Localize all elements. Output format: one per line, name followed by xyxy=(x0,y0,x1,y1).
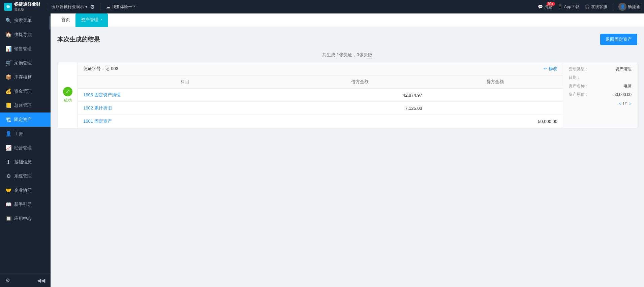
logo-sub: 普及版 xyxy=(14,7,40,12)
sidebar-label-quick-nav: 快捷导航 xyxy=(14,32,32,38)
back-to-fixed-assets-button[interactable]: 返回固定资产 xyxy=(600,34,637,45)
sidebar-item-purchase[interactable]: 🛒 采购管理 xyxy=(0,56,51,70)
page-header: 本次生成的结果 返回固定资产 xyxy=(57,34,637,45)
topbar-left: 畅 畅捷通好业财 普及版 医疗器械行业演示 ▾ ⚙ ☁ 我要体验一下 xyxy=(4,2,136,12)
row3-debit xyxy=(293,115,428,128)
side-pagination: < 1/1 > xyxy=(569,101,632,106)
sidebar-label-search: 搜索菜单 xyxy=(14,18,32,24)
row3-subject[interactable]: 1601 固定资产 xyxy=(78,115,293,128)
change-type-label: 变动类型： xyxy=(569,66,589,72)
topbar: 畅 畅捷通好业财 普及版 医疗器械行业演示 ▾ ⚙ ☁ 我要体验一下 💬 消息 … xyxy=(0,0,644,13)
apps-icon: 🔲 xyxy=(5,216,11,222)
change-type-value: 资产清理 xyxy=(615,66,632,72)
tab-home-label: 首页 xyxy=(61,17,70,23)
experience-button[interactable]: ☁ 我要体验一下 xyxy=(106,4,136,10)
tabs-bar: 首页 资产管理 × xyxy=(51,13,644,27)
scrollbar-track[interactable] xyxy=(49,13,51,287)
sidebar-item-fixed-assets[interactable]: 🏗 固定资产 xyxy=(0,113,51,127)
messages-badge: 99+ xyxy=(547,2,555,6)
sidebar-item-guide[interactable]: 📖 新手引导 xyxy=(0,197,51,212)
sidebar-item-inventory[interactable]: 📦 库存核算 xyxy=(0,70,51,84)
original-value-value: 50,000.00 xyxy=(614,92,632,97)
voucher-side-panel: 变动类型： 资产清理 日期： 资产名称： 电脑 资产原值： 50,000.00 xyxy=(563,62,637,128)
original-value-label: 资产原值： xyxy=(569,92,589,97)
row1-subject[interactable]: 1606 固定资产清理 xyxy=(78,89,293,102)
company-name: 医疗器械行业演示 xyxy=(52,4,84,10)
row1-credit xyxy=(428,89,563,102)
prev-page-arrow[interactable]: < xyxy=(619,101,621,106)
purchase-icon: 🛒 xyxy=(5,60,11,66)
user-name: 畅捷通 xyxy=(628,4,640,10)
voucher-block: ✓ 成功 凭证字号：记-003 ✏ 修改 科目 借方金额 xyxy=(57,62,637,128)
logo-icon: 畅 xyxy=(4,3,12,11)
company-selector[interactable]: 医疗器械行业演示 ▾ xyxy=(52,4,87,10)
logo-text: 畅捷通好业财 xyxy=(14,2,40,7)
sidebar-label-operations: 经营管理 xyxy=(14,145,32,151)
cloud-icon: ☁ xyxy=(106,4,111,9)
voucher-table: 科目 借方金额 贷方金额 1606 固定资产清理 42,874.97 xyxy=(78,75,563,128)
sidebar-item-search[interactable]: 🔍 搜索菜单 xyxy=(0,13,51,28)
voucher-main: 凭证字号：记-003 ✏ 修改 科目 借方金额 贷方金额 xyxy=(78,62,563,128)
sales-icon: 📊 xyxy=(5,46,11,52)
col-subject: 科目 xyxy=(78,75,293,89)
next-page-arrow[interactable]: > xyxy=(629,101,632,106)
row1-debit: 42,874.97 xyxy=(293,89,428,102)
row3-credit: 50,000.00 xyxy=(428,115,563,128)
sidebar-label-apps: 应用中心 xyxy=(14,216,32,222)
app-download-button[interactable]: 📱 App下载 xyxy=(558,4,579,10)
sidebar-label-guide: 新手引导 xyxy=(14,201,32,208)
main-layout: 🔍 搜索菜单 🏠 快捷导航 📊 销售管理 🛒 采购管理 📦 库存核算 💰 资金管… xyxy=(0,13,644,287)
sidebar-label-ledger: 总账管理 xyxy=(14,102,32,108)
sidebar-item-funds[interactable]: 💰 资金管理 xyxy=(0,84,51,98)
messages-button[interactable]: 💬 消息 99+ xyxy=(538,4,552,10)
sidebar-item-quick-nav[interactable]: 🏠 快捷导航 xyxy=(0,28,51,42)
sidebar-item-apps[interactable]: 🔲 应用中心 xyxy=(0,212,51,226)
app-download-label: App下载 xyxy=(564,4,579,10)
table-row: 1606 固定资产清理 42,874.97 xyxy=(78,89,563,102)
edit-button[interactable]: ✏ 修改 xyxy=(544,66,557,72)
sidebar-label-sales: 销售管理 xyxy=(14,46,32,52)
funds-icon: 💰 xyxy=(5,88,11,94)
row2-subject[interactable]: 1602 累计折旧 xyxy=(78,102,293,115)
sidebar-bottom: ⚙ ◀◀ xyxy=(0,274,51,287)
sidebar-item-system[interactable]: ⚙ 系统管理 xyxy=(0,169,51,183)
chevron-down-icon: ▾ xyxy=(85,4,87,9)
divider-2 xyxy=(100,3,100,10)
sidebar-item-operations[interactable]: 📈 经营管理 xyxy=(0,141,51,155)
content-area: 首页 资产管理 × 本次生成的结果 返回固定资产 共生成 1张凭证，0张失败 xyxy=(51,13,644,287)
side-date-row: 日期： xyxy=(569,75,632,81)
sidebar-settings-icon[interactable]: ⚙ xyxy=(5,277,10,284)
sidebar-label-enterprise: 企业协同 xyxy=(14,187,32,193)
topbar-right: 💬 消息 99+ 📱 App下载 🎧 在线客服 👤 畅捷通 xyxy=(538,3,640,11)
sidebar-item-enterprise[interactable]: 🤝 企业协同 xyxy=(0,183,51,197)
home-icon: 🏠 xyxy=(5,32,11,38)
tab-close-icon[interactable]: × xyxy=(100,18,102,22)
ledger-icon: 📒 xyxy=(5,102,11,108)
settings-icon[interactable]: ⚙ xyxy=(90,4,95,10)
user-profile[interactable]: 👤 畅捷通 xyxy=(618,3,640,11)
scrollbar-thumb xyxy=(49,16,51,30)
tab-home[interactable]: 首页 xyxy=(56,13,75,27)
side-change-type-row: 变动类型： 资产清理 xyxy=(569,66,632,72)
online-service-button[interactable]: 🎧 在线客服 xyxy=(585,4,607,10)
message-icon: 💬 xyxy=(538,4,543,9)
divider-1 xyxy=(46,3,46,10)
sidebar-item-sales[interactable]: 📊 销售管理 xyxy=(0,42,51,56)
tab-asset-mgmt[interactable]: 资产管理 × xyxy=(75,13,108,27)
page-title: 本次生成的结果 xyxy=(57,35,100,43)
sidebar-label-funds: 资金管理 xyxy=(14,88,32,94)
col-credit: 贷方金额 xyxy=(428,75,563,89)
table-row: 1602 累计折旧 7,125.03 xyxy=(78,102,563,115)
enterprise-icon: 🤝 xyxy=(5,187,11,193)
sidebar-label-inventory: 库存核算 xyxy=(14,74,32,80)
voucher-header: 凭证字号：记-003 ✏ 修改 xyxy=(78,62,563,75)
row2-debit: 7,125.03 xyxy=(293,102,428,115)
sidebar-item-basic-info[interactable]: ℹ 基础信息 xyxy=(0,155,51,169)
sidebar-item-payroll[interactable]: 👤 工资 xyxy=(0,127,51,141)
page-content: 本次生成的结果 返回固定资产 共生成 1张凭证，0张失败 ✓ 成功 凭证字号：记 xyxy=(51,27,644,287)
table-row: 1601 固定资产 50,000.00 xyxy=(78,115,563,128)
sidebar-label-payroll: 工资 xyxy=(14,131,23,137)
sidebar-collapse-icon[interactable]: ◀◀ xyxy=(37,277,45,284)
sidebar-item-ledger[interactable]: 📒 总账管理 xyxy=(0,98,51,113)
inventory-icon: 📦 xyxy=(5,74,11,80)
